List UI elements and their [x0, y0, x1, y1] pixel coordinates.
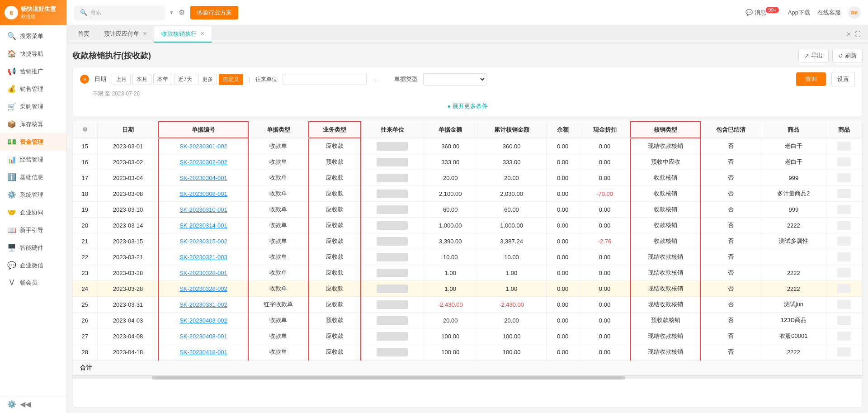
sidebar-item-system[interactable]: ⚙️系统管理 — [0, 186, 66, 204]
sidebar-item-ops[interactable]: 📊经营管理 — [0, 151, 66, 168]
receipt-type-select[interactable] — [423, 73, 486, 85]
cell-include-settled: 否 — [700, 186, 761, 202]
filter-collapse-button[interactable]: » — [80, 75, 89, 84]
tab-pending-close-icon[interactable]: ✕ — [143, 31, 147, 37]
table-row[interactable]: 17 2023-03-04 SK-20230304-001 收款单 应收款 ██… — [73, 170, 862, 186]
date-quick-buttons: 上月 本月 本年 近7天 更多 自定义 — [112, 74, 243, 85]
cell-doc-no[interactable]: SK-20230403-002 — [159, 313, 248, 328]
cell-goods: 老白干 — [761, 154, 826, 170]
cell-cash-discount: 0.00 — [579, 313, 631, 328]
cell-offset-type: 现结收款核销 — [631, 328, 701, 344]
table-row[interactable]: 26 2023-04-03 SK-20230403-002 收款单 预收款 ██… — [73, 313, 862, 328]
table-row[interactable]: 20 2023-03-14 SK-20230314-001 收款单 应收款 ██… — [73, 218, 862, 233]
export-button[interactable]: ↗ 导出 — [798, 49, 829, 62]
settings-bottom-icon[interactable]: ⚙️ — [7, 400, 16, 408]
date-btn-more[interactable]: 更多 — [198, 74, 217, 85]
gear-icon[interactable]: ⚙ — [179, 8, 185, 17]
date-btn-this-month[interactable]: 本月 — [132, 74, 151, 85]
cell-goods2 — [826, 297, 862, 313]
table-row[interactable]: 18 2023-03-08 SK-20230308-001 收款单 应收款 ██… — [73, 186, 862, 202]
cell-doc-no[interactable]: SK-20230304-001 — [159, 170, 248, 186]
cell-amount: 20.00 — [424, 313, 477, 328]
table-row[interactable]: 28 2023-04-18 SK-20230418-001 收款单 应收款 ██… — [73, 344, 862, 361]
cell-cash-discount: -70.00 — [579, 186, 631, 202]
table-row[interactable]: 23 2023-03-28 SK-20230328-001 收款单 应收款 ██… — [73, 265, 862, 281]
cell-doc-no[interactable]: SK-20230328-001 — [159, 265, 248, 281]
cell-doc-type: 收款单 — [248, 218, 309, 233]
dropdown-arrow-icon[interactable]: ▾ — [170, 9, 173, 16]
cell-cash-discount: 0.00 — [579, 170, 631, 186]
tab-collection[interactable]: 收款核销执行 ✕ — [154, 26, 212, 43]
table-row[interactable]: 15 2023-03-01 SK-20230301-002 收款单 应收款 ██… — [73, 138, 862, 154]
table-row[interactable]: 22 2023-03-21 SK-20230321-003 收款单 应收款 ██… — [73, 249, 862, 265]
table-row[interactable]: 21 2023-03-15 SK-20230315-002 收款单 应收款 ██… — [73, 233, 862, 249]
sidebar-item-sales[interactable]: 💰销售管理 — [0, 80, 66, 98]
sidebar-item-corp[interactable]: 🤝企业协同 — [0, 204, 66, 221]
query-button[interactable]: 查询 — [796, 72, 826, 86]
cell-goods2 — [826, 186, 862, 202]
col-settings[interactable]: ⚙ — [73, 122, 97, 138]
sidebar-item-purchase[interactable]: 🛒采购管理 — [0, 98, 66, 115]
table-row[interactable]: 25 2023-03-31 SK-20230331-002 红字收款单 应收款 … — [73, 297, 862, 313]
sidebar-item-basic[interactable]: ℹ️基础信息 — [0, 168, 66, 186]
scrollbar-thumb[interactable] — [152, 376, 626, 380]
date-btn-this-year[interactable]: 本年 — [153, 74, 172, 85]
message-icon[interactable]: 💬 消息 99+ — [745, 9, 781, 17]
scrollbar-area[interactable] — [73, 375, 862, 379]
sidebar-item-search[interactable]: 🔍搜索菜单 — [0, 27, 66, 45]
cell-doc-no[interactable]: SK-20230408-001 — [159, 328, 248, 344]
sidebar-item-funds[interactable]: 💵资金管理 — [0, 133, 66, 151]
collapse-icon[interactable]: ◀◀ — [20, 400, 31, 408]
sidebar-item-guide[interactable]: 📖新手引导 — [0, 221, 66, 239]
counterpart-label: 往来单位 — [255, 76, 277, 83]
counterpart-input[interactable] — [283, 74, 367, 85]
table-row[interactable]: 16 2023-03-02 SK-20230302-002 收款单 预收款 ██… — [73, 154, 862, 170]
sidebar-item-hardware[interactable]: 🖥️智能硬件 — [0, 239, 66, 256]
cell-goods: 老白干 — [761, 138, 826, 154]
cell-cash-discount: 0.00 — [579, 218, 631, 233]
cell-doc-no[interactable]: SK-20230310-001 — [159, 202, 248, 218]
date-btn-7days[interactable]: 近7天 — [174, 74, 196, 85]
tab-pending[interactable]: 预计应应付单 ✕ — [97, 26, 154, 43]
tab-expand-icon[interactable]: ⛶ — [855, 31, 861, 38]
expand-more-btn[interactable]: ▾ 展开更多条件 — [80, 101, 855, 111]
cell-doc-no[interactable]: SK-20230314-001 — [159, 218, 248, 233]
date-btn-last-month[interactable]: 上月 — [112, 74, 131, 85]
tab-home[interactable]: 首页 — [71, 26, 97, 43]
sidebar-item-wechat[interactable]: 💬企业微信 — [0, 256, 66, 274]
cell-doc-no[interactable]: SK-20230308-001 — [159, 186, 248, 202]
table-row[interactable]: 19 2023-03-10 SK-20230310-001 收款单 应收款 ██… — [73, 202, 862, 218]
cell-doc-no[interactable]: SK-20230321-003 — [159, 249, 248, 265]
sidebar-item-member[interactable]: V畅会员 — [0, 274, 66, 291]
cell-amount: 1.00 — [424, 281, 477, 297]
refresh-icon: ↺ — [838, 52, 843, 59]
cell-biz-type: 应收款 — [309, 265, 361, 281]
cell-date: 2023-03-28 — [97, 281, 159, 297]
cell-doc-no[interactable]: SK-20230302-002 — [159, 154, 248, 170]
cell-doc-no[interactable]: SK-20230315-002 — [159, 233, 248, 249]
sidebar-item-inventory[interactable]: 📦库存核算 — [0, 115, 66, 133]
cell-goods: 多计量商品2 — [761, 186, 826, 202]
cell-doc-no[interactable]: SK-20230331-002 — [159, 297, 248, 313]
solution-button[interactable]: 体验行业方案 — [190, 6, 238, 19]
refresh-button[interactable]: ↺ 刷新 — [832, 49, 863, 62]
table-row[interactable]: 27 2023-04-08 SK-20230408-001 收款单 应收款 ██… — [73, 328, 862, 344]
app-download-link[interactable]: App下载 — [788, 9, 810, 17]
cell-doc-no[interactable]: SK-20230328-002 — [159, 281, 248, 297]
cell-cash-discount: 0.00 — [579, 154, 631, 170]
table-row[interactable]: 24 2023-03-28 SK-20230328-002 收款单 应收款 ██… — [73, 281, 862, 297]
cell-doc-no[interactable]: SK-20230301-002 — [159, 138, 248, 154]
tab-collection-close-icon[interactable]: ✕ — [200, 31, 204, 37]
cell-doc-no[interactable]: SK-20230418-001 — [159, 344, 248, 361]
cell-biz-type: 预收款 — [309, 154, 361, 170]
topbar-search[interactable]: 🔍 搜索 — [74, 6, 165, 19]
sidebar-item-quicknav[interactable]: 🏠快捷导航 — [0, 45, 66, 62]
tab-close-all-icon[interactable]: ✕ — [846, 31, 851, 38]
date-btn-custom[interactable]: 自定义 — [219, 74, 243, 85]
cell-goods2 — [826, 249, 862, 265]
cell-seq: 16 — [73, 154, 97, 170]
online-service-link[interactable]: 在线客服 — [817, 9, 841, 17]
setting-button[interactable]: 设置 — [831, 72, 855, 86]
sidebar-item-marketing[interactable]: 📢营销推广 — [0, 62, 66, 80]
user-avatar[interactable]: Rit — [848, 6, 861, 19]
